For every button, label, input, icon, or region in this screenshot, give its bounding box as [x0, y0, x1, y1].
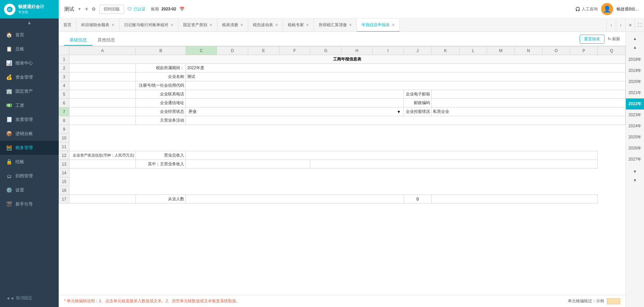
sidebar-scroll-up[interactable]: ▲ [0, 18, 59, 27]
cell-a-7[interactable] [69, 107, 136, 116]
year-scroll-down2[interactable]: ▼ [630, 176, 640, 184]
dropdown-arrow[interactable]: ▼ [397, 109, 401, 114]
year-item-2024年[interactable]: 2024年 [626, 121, 644, 132]
customer-service-button[interactable]: 🎧 人工咨询 [575, 6, 598, 12]
cell-rest-17[interactable] [432, 195, 598, 204]
topbar-add-button[interactable]: + [85, 6, 89, 12]
tab-close-journal_bank[interactable]: ✕ [170, 23, 173, 27]
cell-a-2[interactable] [69, 64, 136, 73]
spreadsheet-row-2: 2税款所属期间：2022年度 [59, 64, 626, 73]
sidebar-item-tax[interactable]: 🧮税务管理 [0, 141, 59, 155]
tab-annual_report[interactable]: 年报信息申报表✕ [357, 19, 400, 32]
year-item-2020年[interactable]: 2020年 [626, 76, 644, 87]
cell-a-4[interactable] [69, 81, 136, 90]
year-item-2023年[interactable]: 2023年 [626, 109, 644, 121]
username-label[interactable]: 畅捷通B组... [616, 6, 639, 12]
sidebar-item-invoice[interactable]: 🧾发票管理 [0, 113, 59, 127]
tab-tax_inspection[interactable]: 税检专家✕ [283, 18, 314, 32]
tab-close-all-button[interactable]: ✕ [625, 18, 635, 32]
col-header-C: C [186, 46, 217, 55]
topbar-title: 测试 [64, 6, 74, 12]
subtab-basic[interactable]: 基础信息 [64, 35, 92, 46]
year-scroll-up2[interactable]: ▲ [630, 43, 640, 51]
cell-a-3[interactable] [69, 73, 136, 81]
cell-title[interactable]: 工商年报信息表 [69, 55, 625, 64]
sidebar-item-settings[interactable]: ⚙️设置 [0, 183, 59, 197]
user-avatar[interactable]: 👤 [601, 3, 613, 15]
tab-close-annual_report[interactable]: ✕ [392, 23, 395, 27]
year-item-2022年[interactable]: 2022年 [626, 98, 644, 109]
tab-next-button[interactable]: › [616, 18, 625, 32]
tab-close-tax_fluctuation[interactable]: ✕ [275, 23, 278, 27]
cell-value-12[interactable] [186, 151, 598, 160]
sidebar-item-archive[interactable]: 🗂归档管理 [0, 169, 59, 183]
sidebar-item-guide[interactable]: 🎬新手引导 [0, 197, 59, 211]
year-scroll-down[interactable]: ▼ [630, 168, 640, 176]
spreadsheet-container[interactable]: ABCDEFGHIJKLMNOPQ 1工商年报信息表2税款所属期间：2022年度… [59, 46, 626, 295]
subtab-actions: 重置报表 ↻ 刷新 [580, 35, 620, 46]
reset-report-button[interactable]: 重置报表 [580, 35, 604, 44]
cell-a-13[interactable] [69, 160, 136, 169]
tab-close-tax_return[interactable]: ✕ [240, 23, 243, 27]
calendar-icon[interactable]: 📅 [179, 7, 184, 11]
cancel-pin-button[interactable]: ◄◄ 取消固定 [3, 293, 55, 304]
tab-income_tax[interactable]: 所得税汇算清缴✕ [314, 18, 357, 32]
sidebar-item-ledger[interactable]: 📋总账 [0, 42, 59, 56]
cell-a-17[interactable] [69, 195, 136, 204]
col-header-O: O [542, 46, 570, 55]
sidebar-item-asset[interactable]: 🏢固定资产 [0, 84, 59, 98]
subtab-other[interactable]: 其他信息 [92, 35, 120, 46]
cell-right-value-7[interactable]: 私营企业 [432, 107, 626, 116]
tab-prev-button[interactable]: ‹ [606, 18, 616, 32]
cell-label-2: 税款所属期间： [136, 64, 186, 73]
topbar-settings-icon[interactable]: ⚙ [92, 6, 96, 12]
tab-tax_return[interactable]: 税表清册✕ [217, 18, 248, 32]
sidebar-item-report[interactable]: 📊报表中心 [0, 56, 59, 70]
sidebar-item-close[interactable]: 🔒结账 [0, 155, 59, 169]
year-item-2019年[interactable]: 2019年 [626, 65, 644, 76]
cell-a-8[interactable] [69, 116, 136, 125]
year-item-2027年[interactable]: 2027年 [626, 154, 644, 165]
refresh-button[interactable]: ↻ 刷新 [608, 35, 620, 44]
tab-maximize-button[interactable]: ⛶ [635, 18, 644, 32]
year-item-2021年[interactable]: 2021年 [626, 87, 644, 98]
cell-rest-13[interactable] [310, 160, 598, 169]
switch-old-version-button[interactable]: 切到旧版 [99, 5, 124, 14]
year-item-2018年[interactable]: 2018年 [626, 54, 644, 65]
tab-close-tax_inspection[interactable]: ✕ [306, 23, 309, 27]
tab-fixed_asset_type[interactable]: 固定资产类别✕ [178, 18, 217, 32]
sidebar-item-home[interactable]: 🏠首页 [0, 28, 59, 42]
sidebar-item-stock[interactable]: 📦进销台账 [0, 127, 59, 141]
year-item-2025年[interactable]: 2025年 [626, 132, 644, 143]
tab-journal_bank[interactable]: 日记账与银行对账单核对✕ [119, 18, 178, 32]
cell-dropdown-7[interactable]: 开业▼ [186, 107, 404, 116]
cell-value-17[interactable] [186, 195, 404, 204]
cell-value-5[interactable] [186, 90, 404, 99]
cell-sub-value-13[interactable] [186, 160, 310, 169]
sidebar-item-fund[interactable]: 💰资金管理 [0, 70, 59, 84]
tab-tax_fluctuation[interactable]: 税负波动表✕ [248, 18, 283, 32]
cell-right-value-5[interactable] [432, 90, 626, 99]
cell-value-3[interactable]: 测试 [186, 73, 626, 81]
tab-close-fixed_asset_type[interactable]: ✕ [209, 23, 212, 27]
tab-close-aux_balance[interactable]: ✕ [111, 23, 114, 27]
cell-value-4[interactable] [186, 81, 626, 90]
topbar-dropdown-arrow[interactable]: ▼ [77, 7, 82, 11]
tab-close-income_tax[interactable]: ✕ [349, 23, 352, 27]
tab-home[interactable]: 首页 [59, 18, 76, 32]
cell-value-6[interactable] [186, 99, 404, 107]
cell-right-value-6[interactable] [432, 99, 626, 107]
cell-a-6[interactable] [69, 99, 136, 107]
nav-label-stock: 进销台账 [15, 131, 33, 137]
cell-employees-count[interactable]: 0 [404, 195, 432, 204]
cell-indent-label-12: 营业总收入 [136, 151, 186, 160]
tab-aux_balance[interactable]: 科目辅助余额表✕ [76, 18, 119, 32]
cell-value-2[interactable]: 2022年度 [186, 64, 626, 73]
cell-a-5[interactable] [69, 90, 136, 99]
year-scroll-up[interactable]: ▲ [630, 35, 640, 43]
svg-text:财: 财 [8, 8, 11, 11]
year-item-2026年[interactable]: 2026年 [626, 143, 644, 154]
cell-value-8[interactable] [186, 116, 626, 125]
sidebar-item-wage[interactable]: 💵工资 [0, 98, 59, 113]
nav-label-close: 结账 [15, 159, 24, 165]
